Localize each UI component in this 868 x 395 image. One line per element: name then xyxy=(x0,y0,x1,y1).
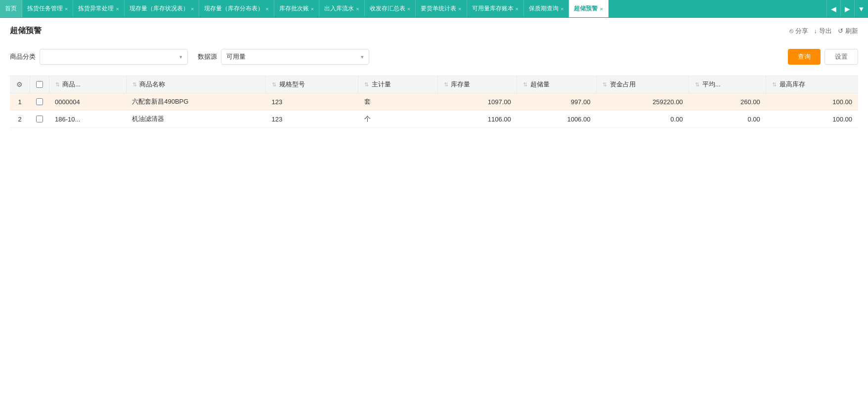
table-header-row: ⚙ ⇅ 商品... ⇅ 商品名称 ⇅ 规格型 xyxy=(10,76,858,93)
table-row: 1 0000004 六配套新昌490BPG 123 套 1097.00 997.… xyxy=(10,93,858,111)
nav-tab-collect-total-label: 收发存汇总表 xyxy=(370,4,405,13)
col-stock-qty-label: 库存量 xyxy=(451,80,470,88)
category-chevron-icon: ▾ xyxy=(179,54,182,60)
sort-icon-name: ⇅ xyxy=(132,81,137,87)
col-header-product-code[interactable]: ⇅ 商品... xyxy=(49,76,126,93)
row1-max-stock: 100.00 xyxy=(766,93,858,111)
top-navigation: 首页 拣货任务管理 × 拣货异常处理 × 现存量（库存状况表） × 现存量（库存… xyxy=(0,0,868,18)
col-header-product-name[interactable]: ⇅ 商品名称 xyxy=(126,76,265,93)
nav-tab-expiry-check[interactable]: 保质期查询 × xyxy=(524,0,569,18)
row1-product-name: 六配套新昌490BPG xyxy=(126,93,265,111)
col-header-over-qty[interactable]: ⇅ 超储量 xyxy=(517,76,597,93)
close-expiry-check-icon[interactable]: × xyxy=(561,6,564,12)
nav-tab-overstock-warn[interactable]: 超储预警 × xyxy=(569,0,608,18)
row2-max-stock: 100.00 xyxy=(766,111,858,128)
datasource-value: 可用量 xyxy=(226,52,246,61)
nav-tab-in-out-flow[interactable]: 出入库流水 × xyxy=(319,0,364,18)
col-header-stock-qty[interactable]: ⇅ 库存量 xyxy=(437,76,517,93)
nav-tab-abnormal[interactable]: 拣货异常处理 × xyxy=(73,0,124,18)
close-batch-account-icon[interactable]: × xyxy=(311,6,314,12)
sort-icon-capital: ⇅ xyxy=(603,81,607,87)
nav-tab-batch-account[interactable]: 库存批次账 × xyxy=(274,0,319,18)
refresh-icon: ↺ xyxy=(838,27,843,35)
col-header-capital-occ[interactable]: ⇅ 资金占用 xyxy=(596,76,689,93)
refresh-action[interactable]: ↺ 刷新 xyxy=(838,27,858,36)
sort-icon-unit: ⇅ xyxy=(364,81,369,87)
row1-checkbox[interactable] xyxy=(36,98,43,105)
col-header-max-stock[interactable]: ⇅ 最高库存 xyxy=(766,76,858,93)
filter-datasource: 数据源 可用量 ▾ xyxy=(198,49,369,65)
row1-capital-occ: 259220.00 xyxy=(596,93,689,111)
query-button[interactable]: 查询 xyxy=(788,49,821,65)
close-available-ledger-icon[interactable]: × xyxy=(516,6,519,12)
row1-unit: 套 xyxy=(358,93,438,111)
nav-arrows: ◀ ▶ ▼ xyxy=(826,0,868,18)
row2-over-qty: 1006.00 xyxy=(517,111,597,128)
col-capital-occ-label: 资金占用 xyxy=(610,80,636,88)
close-task-mgmt-icon[interactable]: × xyxy=(65,6,68,12)
table-gear-icon[interactable]: ⚙ xyxy=(16,80,23,88)
sort-icon-spec: ⇅ xyxy=(272,81,276,87)
category-label: 商品分类 xyxy=(10,52,36,61)
nav-tab-abnormal-label: 拣货异常处理 xyxy=(78,4,114,13)
sort-icon-avg: ⇅ xyxy=(695,81,699,87)
sort-icon: ⇅ xyxy=(55,81,60,87)
nav-arrow-right[interactable]: ▶ xyxy=(840,0,854,18)
nav-tab-stock-status[interactable]: 现存量（库存状况表） × xyxy=(125,0,199,18)
nav-arrow-left[interactable]: ◀ xyxy=(826,0,840,18)
datasource-chevron-icon: ▾ xyxy=(361,54,364,60)
col-unit-label: 主计量 xyxy=(372,80,391,88)
row2-unit: 个 xyxy=(358,111,438,128)
share-label: 分享 xyxy=(795,27,808,36)
row1-avg: 260.00 xyxy=(689,93,766,111)
close-abnormal-icon[interactable]: × xyxy=(116,6,119,12)
export-label: 导出 xyxy=(819,27,832,36)
row2-spec: 123 xyxy=(265,111,358,128)
col-header-avg[interactable]: ⇅ 平均... xyxy=(689,76,766,93)
nav-arrow-more[interactable]: ▼ xyxy=(854,0,868,18)
nav-tab-batch-account-label: 库存批次账 xyxy=(279,4,309,13)
close-collect-total-icon[interactable]: × xyxy=(407,6,410,12)
nav-tab-in-out-flow-label: 出入库流水 xyxy=(324,4,354,13)
row1-stock-qty: 1097.00 xyxy=(437,93,517,111)
nav-tab-order-stat[interactable]: 要货单统计表 × xyxy=(416,0,467,18)
row2-num: 2 xyxy=(16,116,24,123)
export-icon: ↓ xyxy=(814,27,818,35)
datasource-select[interactable]: 可用量 ▾ xyxy=(221,49,369,65)
row1-checkbox-cell xyxy=(30,93,49,111)
col-product-code-label: 商品... xyxy=(62,80,81,88)
nav-tab-stock-status-label: 现存量（库存状况表） xyxy=(130,4,189,13)
nav-tab-home-label: 首页 xyxy=(5,4,17,13)
close-overstock-warn-icon[interactable]: × xyxy=(600,6,603,12)
sort-icon-max: ⇅ xyxy=(772,81,777,87)
nav-tab-stock-dist[interactable]: 现存量（库存分布表） × xyxy=(199,0,274,18)
close-order-stat-icon[interactable]: × xyxy=(458,6,461,12)
nav-tab-task-mgmt-label: 拣货任务管理 xyxy=(27,4,63,13)
close-stock-status-icon[interactable]: × xyxy=(191,6,194,12)
col-header-checkbox xyxy=(30,76,49,93)
col-spec-label: 规格型号 xyxy=(279,80,305,88)
row2-checkbox[interactable] xyxy=(36,116,43,122)
row1-spec: 123 xyxy=(265,93,358,111)
col-avg-label: 平均... xyxy=(702,80,721,88)
row2-stock-qty: 1106.00 xyxy=(437,111,517,128)
row1-num: 1 xyxy=(16,98,24,106)
header-checkbox[interactable] xyxy=(36,81,43,88)
col-header-unit[interactable]: ⇅ 主计量 xyxy=(358,76,438,93)
nav-tab-collect-total[interactable]: 收发存汇总表 × xyxy=(365,0,416,18)
datasource-label: 数据源 xyxy=(198,52,217,61)
col-header-spec[interactable]: ⇅ 规格型号 xyxy=(265,76,358,93)
export-action[interactable]: ↓ 导出 xyxy=(814,27,832,36)
settings-button[interactable]: 设置 xyxy=(825,49,858,65)
sort-icon-over: ⇅ xyxy=(523,81,527,87)
refresh-label: 刷新 xyxy=(845,27,858,36)
filter-area: 商品分类 ▾ 数据源 可用量 ▾ 查询 设置 xyxy=(10,44,858,70)
close-in-out-flow-icon[interactable]: × xyxy=(356,6,359,12)
category-select[interactable]: ▾ xyxy=(40,49,188,65)
nav-tab-task-mgmt[interactable]: 拣货任务管理 × xyxy=(22,0,73,18)
nav-tab-home[interactable]: 首页 xyxy=(0,0,22,18)
share-action[interactable]: ⎋ 分享 xyxy=(789,27,808,36)
close-stock-dist-icon[interactable]: × xyxy=(265,6,268,12)
col-max-stock-label: 最高库存 xyxy=(780,80,805,88)
nav-tab-available-ledger[interactable]: 可用量库存账本 × xyxy=(467,0,524,18)
